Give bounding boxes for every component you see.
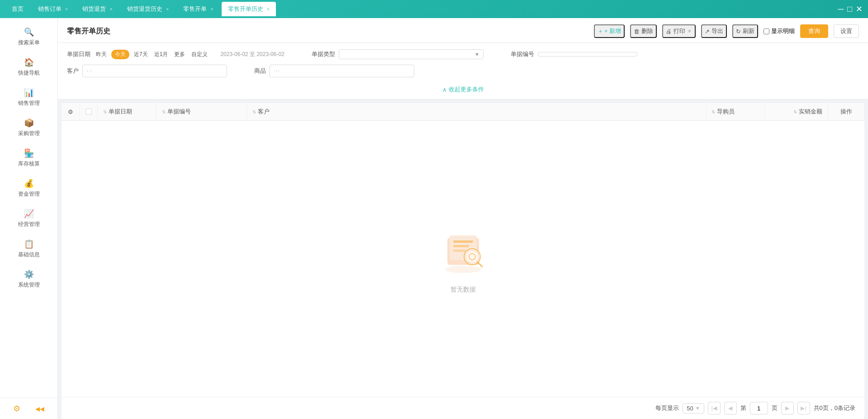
print-arrow-icon: ▼: [687, 28, 692, 34]
type-label: 单据类型: [312, 50, 335, 58]
operations-icon: 📈: [24, 209, 34, 219]
date-btn-custom[interactable]: 自定义: [190, 50, 209, 59]
tab-sales-return[interactable]: 销货退货 ×: [76, 2, 119, 16]
tab-close-icon[interactable]: ×: [210, 6, 213, 12]
maximize-icon[interactable]: □: [847, 5, 852, 14]
select-arrow-icon: ▼: [474, 52, 479, 57]
sidebar-item-basic-info[interactable]: 📋 基础信息: [0, 234, 57, 264]
close-icon[interactable]: ✕: [856, 4, 863, 14]
sidebar-item-finance[interactable]: 💰 资金管理: [0, 173, 57, 203]
settings-button[interactable]: 设置: [834, 24, 859, 38]
system-icon: ⚙️: [24, 269, 34, 279]
tab-close-icon[interactable]: ×: [166, 6, 169, 12]
svg-line-8: [478, 262, 482, 267]
page-label: 页: [772, 404, 778, 412]
sort-icon: ⇅: [103, 109, 107, 114]
filter-type: 单据类型 ▼: [312, 49, 484, 59]
date-btn-last-month[interactable]: 近1月: [152, 50, 170, 59]
tab-close-icon[interactable]: ×: [109, 6, 112, 12]
chart-icon: 📊: [24, 88, 34, 98]
page-di-label: 第: [740, 404, 746, 412]
settings-button[interactable]: ⚙: [13, 404, 20, 414]
sidebar-item-purchase-mgmt[interactable]: 📦 采购管理: [0, 113, 57, 143]
sort-icon: ⇅: [711, 109, 715, 114]
print-button[interactable]: 🖨 打印 ▼: [662, 24, 696, 38]
tab-sales-order[interactable]: 销售订单 ×: [32, 2, 74, 16]
th-num[interactable]: ⇅ 单据编号: [157, 103, 247, 120]
tab-retail-open-history[interactable]: 零售开单历史 ×: [222, 2, 276, 16]
next-page-button[interactable]: ▶: [781, 402, 794, 414]
sidebar-item-system[interactable]: ⚙️ 系统管理: [0, 264, 57, 294]
date-label: 单据日期: [67, 50, 90, 58]
th-checkbox[interactable]: [80, 104, 98, 119]
display-cols-checkbox[interactable]: [764, 28, 769, 34]
plus-icon: ＋: [598, 27, 603, 35]
page-title: 零售开单历史: [67, 27, 110, 36]
prev-page-button[interactable]: ◀: [724, 402, 737, 414]
minimize-icon[interactable]: ─: [838, 5, 844, 14]
goods-input[interactable]: ···: [270, 65, 414, 77]
th-guide[interactable]: ⇅ 导购员: [706, 103, 765, 120]
th-settings[interactable]: ⚙: [62, 104, 80, 120]
export-icon: ↗: [705, 28, 710, 35]
pagination: 每页显示 50 ▼ |◀ ◀ 第 页 ▶ ▶| 共0页，0条记录: [62, 397, 864, 419]
tab-close-icon[interactable]: ×: [267, 6, 270, 12]
total-record-text: 共0页，0条记录: [814, 404, 855, 412]
sidebar-item-search[interactable]: 🔍 搜索采单: [0, 22, 57, 52]
last-page-button[interactable]: ▶|: [797, 402, 810, 414]
per-page-label: 每页显示: [655, 404, 679, 412]
tab-close-icon[interactable]: ×: [65, 6, 68, 12]
svg-point-7: [466, 251, 478, 263]
refresh-icon: ↻: [736, 28, 741, 35]
money-icon: 💰: [24, 179, 34, 188]
sidebar-item-operations[interactable]: 📈 经营管理: [0, 203, 57, 234]
sidebar-item-sales-mgmt[interactable]: 📊 销售管理: [0, 82, 57, 113]
customer-label: 客户: [67, 67, 79, 75]
date-btn-last7[interactable]: 近7天: [132, 50, 150, 59]
th-customer[interactable]: ⇅ 客户: [247, 103, 706, 120]
delete-button[interactable]: 🗑 删除: [630, 24, 657, 38]
sort-icon: ⇅: [793, 109, 797, 114]
customer-input-placeholder: ···: [86, 67, 92, 75]
date-btn-yesterday[interactable]: 昨天: [94, 50, 109, 59]
store-icon: 🏪: [24, 148, 34, 158]
query-button[interactable]: 查询: [800, 24, 828, 38]
num-input[interactable]: [538, 52, 637, 56]
date-btn-today[interactable]: 今天: [111, 50, 129, 59]
th-action: 操作: [828, 103, 864, 120]
page-header: 零售开单历史 ＋ + 新增 🗑 删除 🖨 打印 ▼ ↗ 导出: [58, 18, 868, 43]
tab-home[interactable]: 首页: [5, 2, 30, 16]
page-size-select[interactable]: 50 ▼: [683, 403, 704, 414]
sort-icon: ⇅: [252, 109, 256, 114]
svg-point-0: [445, 266, 481, 273]
page-input[interactable]: [750, 402, 768, 414]
tab-sales-return-history[interactable]: 销货退货历史 ×: [121, 2, 175, 16]
filter-goods: 商品 ···: [254, 65, 414, 77]
type-select[interactable]: ▼: [339, 49, 484, 59]
table-area: ⚙ ⇅ 单据日期 ⇅ 单据编号 ⇅ 客户 ⇅: [62, 103, 864, 419]
sidebar: 🔍 搜索采单 🏠 快捷导航 📊 销售管理 📦 采购管理 🏪 库存核算 💰 资金管…: [0, 18, 58, 419]
filter-row-2: 客户 ··· 商品 ···: [67, 65, 859, 77]
date-btn-more[interactable]: 更多: [172, 50, 187, 59]
svg-rect-4: [453, 245, 469, 247]
window-close-button[interactable]: ─ □ ✕: [838, 4, 863, 14]
svg-rect-3: [453, 240, 473, 243]
sidebar-item-inventory[interactable]: 🏪 库存核算: [0, 143, 57, 173]
refresh-button[interactable]: ↻ 刷新: [732, 24, 758, 38]
page-size-arrow-icon: ▼: [695, 405, 700, 411]
collapse-button[interactable]: ◀◀: [35, 405, 44, 412]
collapse-more-button[interactable]: ∧ 收起更多条件: [67, 83, 859, 94]
customer-input[interactable]: ···: [82, 65, 227, 77]
empty-state: 暂无数据: [62, 121, 864, 397]
header-checkbox[interactable]: [85, 108, 92, 115]
sort-icon: ⇅: [162, 109, 166, 114]
th-amount[interactable]: ⇅ 实销金额: [765, 103, 828, 120]
add-button[interactable]: ＋ + 新增: [594, 24, 625, 38]
export-button[interactable]: ↗ 导出: [701, 24, 727, 38]
th-date[interactable]: ⇅ 单据日期: [98, 103, 157, 120]
tab-retail-open[interactable]: 零售开单 ×: [177, 2, 219, 16]
first-page-button[interactable]: |◀: [708, 402, 721, 414]
date-range-display: 2023-06-02 至 2023-06-02: [220, 51, 284, 58]
sidebar-item-quick-nav[interactable]: 🏠 快捷导航: [0, 52, 57, 82]
display-cols-checkbox-wrap[interactable]: 显示明细: [764, 27, 795, 35]
